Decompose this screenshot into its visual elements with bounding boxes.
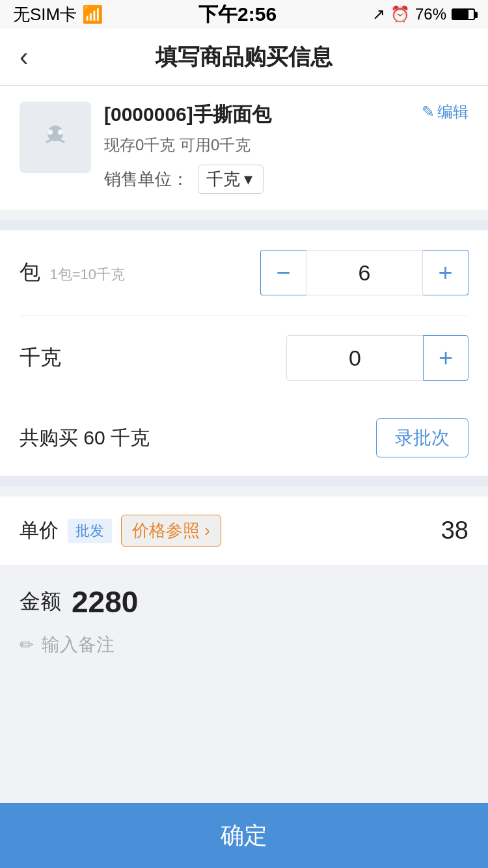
section-divider-2 — [0, 476, 488, 486]
battery-icon — [452, 8, 475, 20]
page-title: 填写商品购买信息 — [156, 42, 332, 72]
product-info: [0000006]手撕面包 ✎ 编辑 现存0千克 可用0千克 销售单位： 千克 … — [104, 102, 468, 194]
svg-point-1 — [47, 129, 53, 135]
carrier-label: 无SIM卡 — [13, 3, 77, 26]
alarm-icon: ⏰ — [390, 5, 410, 23]
wifi-icon: 📶 — [82, 5, 103, 25]
price-section: 单价 批发 价格参照 › 38 — [0, 496, 488, 565]
edit-button[interactable]: ✎ 编辑 — [422, 102, 468, 122]
location-icon: ↗ — [372, 5, 385, 23]
confirm-button[interactable]: 确定 — [0, 803, 488, 868]
price-label: 单价 — [20, 517, 59, 544]
price-tag: 批发 — [68, 519, 112, 543]
pack-stepper: − + — [260, 250, 468, 295]
unit-value: 千克 — [206, 168, 240, 191]
stock-info: 现存0千克 可用0千克 — [104, 135, 468, 156]
kg-row: 千克 + — [20, 316, 468, 400]
amount-label: 金额 — [20, 588, 61, 616]
pack-label: 包 — [20, 260, 40, 284]
product-card: [0000006]手撕面包 ✎ 编辑 现存0千克 可用0千克 销售单位： 千克 … — [0, 86, 488, 210]
amount-value: 2280 — [72, 584, 138, 619]
chevron-down-icon: ▾ — [244, 169, 252, 189]
pack-label-group: 包 1包=10千克 — [20, 258, 125, 287]
summary-text: 共购买 60 千克 — [20, 425, 150, 452]
nav-bar: ‹ 填写商品购买信息 — [0, 29, 488, 86]
status-left: 无SIM卡 📶 — [13, 3, 103, 26]
amount-row: 金额 2280 — [20, 584, 468, 619]
kg-label: 千克 — [20, 344, 61, 372]
section-divider-1 — [0, 220, 488, 230]
content-spacer — [0, 670, 488, 803]
price-value: 38 — [441, 517, 468, 545]
kg-plus-button[interactable]: + — [423, 335, 468, 381]
unit-select[interactable]: 千克 ▾ — [198, 165, 264, 194]
unit-label: 销售单位： — [104, 168, 189, 191]
product-name: [0000006]手撕面包 — [104, 102, 271, 128]
remark-placeholder: 输入备注 — [42, 632, 115, 657]
batch-button[interactable]: 录批次 — [376, 418, 468, 457]
kg-quantity-input[interactable] — [286, 335, 423, 381]
remark-row[interactable]: ✏ 输入备注 — [20, 632, 468, 657]
status-right: ↗ ⏰ 76% — [372, 5, 475, 23]
price-reference-button[interactable]: 价格参照 › — [121, 515, 221, 547]
unit-row: 销售单位： 千克 ▾ — [104, 165, 468, 194]
pack-section: 包 1包=10千克 − + 千克 + — [0, 230, 488, 400]
pack-minus-button[interactable]: − — [260, 250, 306, 295]
pack-row: 包 1包=10千克 − + — [20, 230, 468, 316]
svg-point-2 — [58, 129, 63, 135]
status-bar: 无SIM卡 📶 下午2:56 ↗ ⏰ 76% — [0, 0, 488, 29]
battery-label: 76% — [415, 5, 446, 23]
pack-sub-label: 1包=10千克 — [49, 266, 125, 282]
pencil-icon: ✏ — [20, 635, 34, 655]
back-button[interactable]: ‹ — [20, 42, 28, 72]
edit-icon: ✎ — [422, 103, 435, 121]
status-time: 下午2:56 — [198, 1, 277, 28]
pack-quantity-input[interactable] — [306, 250, 423, 295]
price-left: 单价 批发 价格参照 › — [20, 515, 221, 547]
product-image — [20, 102, 91, 173]
summary-section: 共购买 60 千克 录批次 — [0, 400, 488, 476]
kg-stepper: + — [286, 335, 468, 381]
pack-plus-button[interactable]: + — [423, 250, 468, 295]
amount-section: 金额 2280 ✏ 输入备注 — [0, 565, 488, 670]
